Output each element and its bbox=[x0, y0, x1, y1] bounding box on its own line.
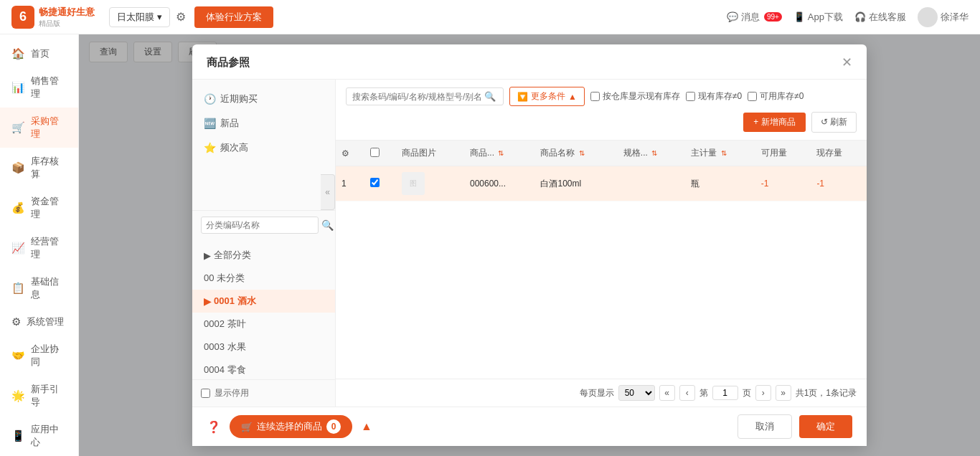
row-index: 1 bbox=[336, 166, 364, 201]
category-search-row: 🔍 bbox=[192, 210, 335, 239]
page-unit: 页 bbox=[743, 387, 751, 399]
category-item-0001[interactable]: ▶ 0001 酒水 bbox=[192, 290, 335, 313]
th-spec[interactable]: 规格... ⇅ bbox=[618, 141, 686, 166]
row-spec-cell bbox=[618, 166, 686, 201]
quick-tab-recent[interactable]: 🕐 近期购买 bbox=[192, 87, 335, 111]
sidebar-item-finance[interactable]: 💰 资金管理 bbox=[0, 188, 78, 228]
th-code-label: 商品... bbox=[470, 148, 494, 158]
bottom-right-actions: 取消 确定 bbox=[738, 414, 852, 439]
category-label-all: 全部分类 bbox=[214, 249, 251, 262]
add-product-button[interactable]: + 新增商品 bbox=[743, 113, 805, 132]
select-all-checkbox[interactable] bbox=[370, 148, 380, 157]
sidebar-item-operations[interactable]: 📈 经营管理 bbox=[0, 228, 78, 268]
quick-tab-new[interactable]: 🆕 新品 bbox=[192, 111, 335, 136]
modal-close-button[interactable]: ✕ bbox=[842, 54, 852, 70]
sidebar-item-sales[interactable]: 📊 销售管理 bbox=[0, 67, 78, 108]
settings-icon[interactable]: ⚙ bbox=[176, 10, 186, 24]
th-unit[interactable]: 主计量 ⇅ bbox=[685, 141, 755, 166]
online-service-item[interactable]: 🎧 在线客服 bbox=[854, 11, 906, 24]
sidebar-item-guide[interactable]: 🌟 新手引导 bbox=[0, 376, 78, 416]
show-disabled-label[interactable]: 显示停用 bbox=[215, 387, 249, 399]
category-item-all[interactable]: ▶ 全部分类 bbox=[192, 244, 335, 267]
filter-funnel-icon: 🔽 bbox=[517, 92, 528, 102]
th-checkbox bbox=[364, 141, 395, 166]
table-row[interactable]: 1 图 000600... bbox=[336, 166, 867, 201]
prev-page-button[interactable]: ‹ bbox=[679, 385, 695, 401]
page-number-input[interactable] bbox=[712, 386, 738, 400]
next-page-button[interactable]: › bbox=[755, 385, 771, 401]
available-stock-filter[interactable]: 现有库存≠0 bbox=[686, 90, 742, 103]
cart-icon: 🛒 bbox=[241, 422, 253, 432]
ops-icon: 📈 bbox=[11, 242, 25, 255]
row-stock: -1 bbox=[816, 179, 824, 189]
sidebar-item-appcenter[interactable]: 📱 应用中心 bbox=[0, 416, 78, 456]
cart-button[interactable]: 🛒 连续选择的商品 0 bbox=[230, 415, 352, 438]
pagination-bar: 每页显示 50 100 200 « ‹ 第 页 › bbox=[336, 379, 867, 407]
filter-bar: 🔍 🔽 更多条件 ▲ 按仓库显示现有库存 bbox=[336, 80, 867, 141]
last-page-button[interactable]: » bbox=[776, 385, 791, 401]
th-spec-label: 规格... bbox=[623, 148, 648, 158]
first-page-button[interactable]: « bbox=[659, 385, 675, 401]
sidebar-item-inventory[interactable]: 📦 库存核算 bbox=[0, 148, 78, 188]
trial-button[interactable]: 体验行业方案 bbox=[194, 6, 273, 28]
available-stock-label: 现有库存≠0 bbox=[698, 90, 742, 103]
messages-item[interactable]: 💬 消息 99+ bbox=[727, 11, 782, 24]
sidebar-label-system: 系统管理 bbox=[27, 315, 64, 328]
sidebar-label-guide: 新手引导 bbox=[31, 383, 67, 409]
usable-stock-filter[interactable]: 可用库存≠0 bbox=[748, 90, 804, 103]
chevron-up-icon: ▲ bbox=[568, 92, 577, 102]
frequent-icon: ⭐ bbox=[204, 142, 216, 153]
row-checkbox[interactable] bbox=[370, 178, 380, 187]
category-item-0002[interactable]: 0002 茶叶 bbox=[192, 313, 335, 336]
by-warehouse-filter[interactable]: 按仓库显示现有库存 bbox=[590, 90, 680, 103]
user-avatar[interactable]: 徐泽华 bbox=[918, 7, 969, 27]
by-warehouse-checkbox[interactable] bbox=[590, 92, 600, 101]
avatar-circle bbox=[918, 7, 938, 27]
category-item-00[interactable]: 00 未分类 bbox=[192, 267, 335, 290]
main-layout: 🏠 首页 📊 销售管理 🛒 采购管理 📦 库存核算 💰 资金管理 📈 经营管理 … bbox=[0, 34, 980, 456]
sidebar-item-home[interactable]: 🏠 首页 bbox=[0, 40, 78, 67]
product-search-icon[interactable]: 🔍 bbox=[484, 91, 496, 102]
th-name[interactable]: 商品名称 ⇅ bbox=[534, 141, 617, 166]
sidebar-label-basics: 基础信息 bbox=[31, 275, 67, 301]
refresh-button[interactable]: ↺ 刷新 bbox=[811, 112, 857, 133]
basics-icon: 📋 bbox=[11, 282, 25, 295]
sidebar-item-collab[interactable]: 🤝 企业协同 bbox=[0, 336, 78, 376]
sidebar-label-finance: 资金管理 bbox=[31, 195, 67, 221]
row-available-cell: -1 bbox=[755, 166, 811, 201]
show-disabled-checkbox[interactable] bbox=[201, 389, 210, 398]
category-item-0004[interactable]: 0004 零食 bbox=[192, 358, 335, 379]
confirm-button[interactable]: 确定 bbox=[799, 415, 852, 438]
modal-body: 🕐 近期购买 🆕 新品 ⭐ 频次高 bbox=[192, 80, 867, 407]
more-conditions-button[interactable]: 🔽 更多条件 ▲ bbox=[509, 87, 585, 106]
category-search-icon[interactable]: 🔍 bbox=[321, 219, 334, 231]
sidebar-item-basics[interactable]: 📋 基础信息 bbox=[0, 268, 78, 308]
th-code[interactable]: 商品... ⇅ bbox=[464, 141, 535, 166]
collapse-panel-button[interactable]: « bbox=[321, 174, 335, 210]
sidebar-label-appcenter: 应用中心 bbox=[31, 423, 67, 449]
category-item-0003[interactable]: 0003 水果 bbox=[192, 336, 335, 358]
category-search-input[interactable] bbox=[201, 217, 319, 234]
modal-bottom-bar: ❓ 🛒 连续选择的商品 0 ▲ 取消 确定 bbox=[192, 407, 867, 446]
sales-icon: 📊 bbox=[11, 81, 25, 94]
th-available: 可用量 bbox=[755, 141, 811, 166]
per-page-select[interactable]: 50 100 200 bbox=[618, 385, 655, 401]
sidebar-label-home: 首页 bbox=[31, 47, 50, 60]
th-stock-label: 现存量 bbox=[816, 148, 842, 158]
table-header: ⚙ 商品图片 bbox=[336, 141, 867, 166]
product-search-input[interactable] bbox=[352, 92, 481, 102]
company-selector[interactable]: 日太阳膜 ▾ bbox=[109, 7, 170, 27]
total-info: 共1页，1条记录 bbox=[796, 387, 857, 399]
cancel-button[interactable]: 取消 bbox=[738, 414, 792, 439]
sidebar-label-inventory: 库存核算 bbox=[31, 155, 67, 181]
more-conditions-label: 更多条件 bbox=[531, 90, 565, 103]
usable-stock-checkbox[interactable] bbox=[748, 92, 757, 101]
th-gear[interactable]: ⚙ bbox=[336, 141, 364, 166]
collapse-up-icon[interactable]: ▲ bbox=[361, 420, 372, 433]
app-download-item[interactable]: 📱 App下载 bbox=[793, 11, 843, 24]
sidebar-item-purchase[interactable]: 🛒 采购管理 bbox=[0, 108, 78, 148]
available-stock-checkbox[interactable] bbox=[686, 92, 695, 101]
sidebar-item-system[interactable]: ⚙ 系统管理 bbox=[0, 308, 78, 336]
quick-tab-frequent[interactable]: ⭐ 频次高 bbox=[192, 136, 335, 160]
help-icon[interactable]: ❓ bbox=[207, 420, 221, 434]
